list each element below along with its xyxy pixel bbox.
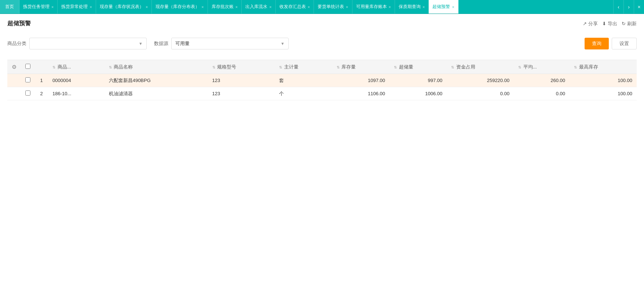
nav-overstock-warning[interactable]: 超储预警 ×	[429, 0, 458, 14]
column-checkbox[interactable]	[21, 60, 35, 74]
nav-task-mgmt-close[interactable]: ×	[51, 5, 54, 9]
nav-batch-account-close[interactable]: ×	[235, 5, 238, 9]
nav-inventory-dist-close[interactable]: ×	[201, 5, 204, 9]
nav-arrow-close[interactable]: ×	[634, 0, 644, 14]
nav-home-label: 首页	[5, 4, 14, 10]
table-row[interactable]: 2 186-10... 机油滤清器 123 个 1106.00 1006.00 …	[7, 87, 637, 100]
row-number: 2	[35, 87, 48, 100]
column-product-code-label: 商品...	[58, 64, 71, 70]
page-content: 超储预警 ↗ 分享 ⬇ 导出 ↻ 刷新 商品分类 ▼ 数据源	[0, 14, 644, 293]
column-max-stock[interactable]: ⇅ 最高库存	[570, 60, 637, 74]
nav-available-account-label: 可用量库存账本	[356, 4, 387, 10]
refresh-button[interactable]: ↻ 刷新	[622, 21, 637, 27]
nav-collect-summary[interactable]: 收发存汇总表 ×	[276, 0, 314, 14]
category-label: 商品分类	[7, 40, 26, 47]
nav-arrow-left[interactable]: ‹	[613, 0, 623, 14]
category-filter: 商品分类 ▼	[7, 38, 147, 49]
row-unit: 个	[275, 87, 332, 100]
row-checkbox[interactable]	[25, 77, 30, 82]
table-row[interactable]: 1 0000004 六配套新昌490BPG 123 套 1097.00 997.…	[7, 74, 637, 87]
column-stock-label: 库存量	[341, 64, 356, 70]
share-button[interactable]: ↗ 分享	[583, 21, 598, 27]
row-checkbox-cell[interactable]	[21, 87, 35, 100]
sort-icon-product-code: ⇅	[52, 65, 55, 69]
nav-task-mgmt-label: 拣货任务管理	[23, 4, 50, 10]
column-max-stock-label: 最高库存	[579, 64, 598, 70]
column-capital[interactable]: ⇅ 资金占用	[447, 60, 514, 74]
column-stock[interactable]: ⇅ 库存量	[332, 60, 389, 74]
column-product-name-label: 商品名称	[114, 64, 133, 70]
data-source-value: 可用量	[175, 40, 190, 47]
row-checkbox-cell[interactable]	[21, 74, 35, 87]
gear-icon[interactable]: ⚙	[12, 64, 17, 70]
nav-task-mgmt[interactable]: 拣货任务管理 ×	[19, 0, 58, 14]
nav-in-out-flow[interactable]: 出入库流水 ×	[242, 0, 275, 14]
action-buttons: 查询 设置	[585, 38, 637, 49]
nav-order-stats[interactable]: 要货单统计表 ×	[314, 0, 352, 14]
nav-collect-summary-close[interactable]: ×	[308, 5, 310, 9]
query-button[interactable]: 查询	[585, 38, 609, 49]
row-max-stock: 100.00	[570, 74, 637, 87]
select-all-checkbox[interactable]	[25, 64, 30, 69]
data-source-arrow: ▼	[281, 41, 285, 46]
column-avg-label: 平均...	[523, 64, 537, 70]
row-overstock: 997.00	[389, 74, 447, 87]
column-row-num	[35, 60, 48, 74]
export-button[interactable]: ⬇ 导出	[602, 21, 617, 27]
nav-arrow-right[interactable]: ›	[623, 0, 634, 14]
sort-icon-max-stock: ⇅	[574, 65, 577, 69]
sort-icon-unit: ⇅	[279, 65, 282, 69]
column-avg[interactable]: ⇅ 平均...	[514, 60, 570, 74]
row-max-stock: 100.00	[570, 87, 637, 100]
column-product-code[interactable]: ⇅ 商品...	[48, 60, 105, 74]
settings-button[interactable]: 设置	[612, 38, 637, 49]
nav-abnormal-close[interactable]: ×	[89, 5, 92, 9]
refresh-label: 刷新	[627, 21, 637, 27]
nav-home[interactable]: 首页	[0, 0, 19, 14]
column-unit[interactable]: ⇅ 主计量	[275, 60, 332, 74]
column-product-name[interactable]: ⇅ 商品名称	[105, 60, 208, 74]
column-overstock-label: 超储量	[399, 64, 413, 70]
export-icon: ⬇	[602, 21, 606, 26]
nav-available-account[interactable]: 可用量库存账本 ×	[352, 0, 395, 14]
nav-abnormal-label: 拣货异常处理	[61, 4, 88, 10]
nav-quality-check-close[interactable]: ×	[422, 5, 425, 9]
nav-in-out-flow-close[interactable]: ×	[269, 5, 271, 9]
column-overstock[interactable]: ⇅ 超储量	[389, 60, 447, 74]
data-source-select[interactable]: 可用量 ▼	[171, 38, 289, 49]
filter-area: 商品分类 ▼ 数据源 可用量 ▼ 查询 设置	[7, 33, 637, 54]
column-capital-label: 资金占用	[456, 64, 475, 70]
nav-available-account-close[interactable]: ×	[389, 5, 391, 9]
share-icon: ↗	[583, 21, 587, 26]
sort-icon-avg: ⇅	[518, 65, 521, 69]
nav-order-stats-close[interactable]: ×	[346, 5, 348, 9]
row-product-code: 0000004	[48, 74, 105, 87]
nav-order-stats-label: 要货单统计表	[318, 4, 344, 10]
row-checkbox[interactable]	[25, 90, 30, 96]
column-settings[interactable]: ⚙	[7, 60, 21, 74]
row-settings-cell	[7, 87, 21, 100]
nav-inventory-dist-label: 现存量（库存分布表）	[155, 4, 200, 10]
column-spec[interactable]: ⇅ 规格型号	[208, 60, 275, 74]
nav-batch-account[interactable]: 库存批次账 ×	[208, 0, 242, 14]
sort-icon-stock: ⇅	[337, 65, 340, 69]
row-spec: 123	[208, 87, 275, 100]
nav-quality-check[interactable]: 保质期查询 ×	[395, 0, 429, 14]
page-title: 超储预警	[7, 20, 31, 27]
table-header: ⚙ ⇅ 商品... ⇅ 商品名称 ⇅ 规格型号	[7, 60, 637, 74]
row-avg: 0.00	[514, 87, 570, 100]
nav-inventory-status-close[interactable]: ×	[146, 5, 148, 9]
nav-inventory-status[interactable]: 现存量（库存状况表） ×	[96, 0, 152, 14]
row-avg: 260.00	[514, 74, 570, 87]
page-header: 超储预警 ↗ 分享 ⬇ 导出 ↻ 刷新	[7, 20, 637, 27]
nav-abnormal[interactable]: 拣货异常处理 ×	[58, 0, 96, 14]
nav-overstock-warning-label: 超储预警	[432, 4, 450, 10]
header-actions: ↗ 分享 ⬇ 导出 ↻ 刷新	[583, 21, 637, 27]
sort-icon-overstock: ⇅	[394, 65, 397, 69]
category-select[interactable]: ▼	[29, 38, 147, 49]
table-body: 1 0000004 六配套新昌490BPG 123 套 1097.00 997.…	[7, 74, 637, 100]
nav-inventory-dist[interactable]: 现存量（库存分布表） ×	[152, 0, 208, 14]
export-label: 导出	[608, 21, 617, 27]
nav-overstock-warning-close[interactable]: ×	[452, 5, 454, 9]
sort-icon-spec: ⇅	[212, 65, 215, 69]
